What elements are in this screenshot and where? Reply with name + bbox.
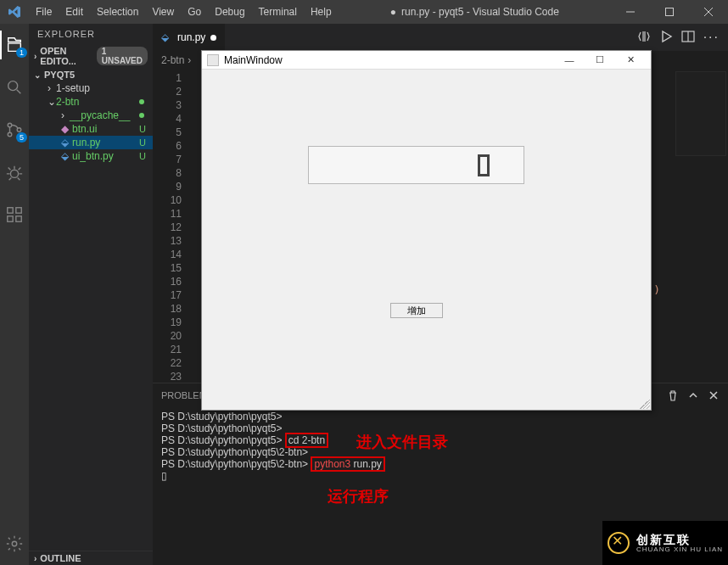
tree-file-run-py[interactable]: ⬙ run.py U [29, 136, 153, 149]
run-icon[interactable] [659, 30, 673, 45]
mainwin-title-bar[interactable]: MainWindow — ☐ ✕ [202, 51, 651, 70]
line-number: 19 [153, 316, 182, 329]
git-status: U [139, 151, 149, 161]
activity-settings-icon[interactable] [0, 529, 29, 558]
tree-folder-pycache[interactable]: › __pycache__ [29, 109, 153, 122]
add-button[interactable]: 增加 [390, 303, 443, 318]
tab-label: run.py [177, 31, 205, 43]
annotation-run: 运行程序 [328, 490, 389, 502]
window-title-text: run.py - pyqt5 - Visual Studio Code [401, 6, 559, 18]
terminal-line: PS D:\study\python\pyqt5\2-btn> python3 … [161, 458, 720, 470]
panel-actions [667, 389, 720, 401]
line-number: 7 [153, 153, 182, 166]
svg-rect-6 [8, 208, 13, 213]
line-number: 10 [153, 193, 182, 207]
menu-help[interactable]: Help [304, 6, 339, 18]
chevron-right-icon: › [34, 52, 36, 61]
menu-terminal[interactable]: Terminal [252, 6, 304, 18]
svg-point-10 [12, 541, 17, 546]
scm-badge: 5 [16, 132, 27, 143]
tree-folder-2-btn[interactable]: ⌄ 2-btn [29, 95, 153, 109]
pyqt-main-window[interactable]: MainWindow — ☐ ✕ 增加 [201, 50, 652, 411]
mainwin-body: 增加 [202, 70, 651, 410]
maximize-button[interactable] [650, 0, 689, 24]
chevron-right-icon: › [48, 82, 56, 94]
mainwin-minimize-button[interactable]: — [554, 55, 585, 65]
line-number: 16 [153, 275, 182, 288]
file-label: ui_btn.py [72, 150, 114, 162]
sidebar-title: EXPLORER [29, 24, 153, 44]
close-button[interactable] [689, 0, 728, 24]
split-editor-icon[interactable] [681, 30, 695, 45]
outline-label: OUTLINE [40, 553, 81, 563]
svg-point-4 [17, 128, 21, 132]
tab-run-py[interactable]: ⬙ run.py [153, 24, 226, 51]
tree-file-btn-ui[interactable]: ◆ btn.ui U [29, 122, 153, 136]
menu-selection[interactable]: Selection [90, 6, 145, 18]
tree-file-ui-btn-py[interactable]: ⬙ ui_btn.py U [29, 149, 153, 163]
watermark-logo-icon [608, 532, 630, 554]
app-icon [207, 54, 219, 66]
line-number: 9 [153, 180, 182, 193]
git-status: U [139, 137, 149, 148]
more-icon[interactable]: ··· [703, 30, 720, 45]
menu-go[interactable]: Go [181, 6, 208, 18]
terminal-cursor: ▯ [161, 470, 720, 482]
terminal-line: PS D:\study\python\pyqt5> [161, 411, 720, 422]
activity-explorer-icon[interactable]: 1 [0, 31, 29, 59]
project-header[interactable]: ⌄ PYQT5 [29, 68, 153, 81]
compare-icon[interactable] [637, 30, 651, 45]
menu-view[interactable]: View [145, 6, 181, 18]
svg-point-1 [8, 81, 18, 91]
window-title: ● run.py - pyqt5 - Visual Studio Code [339, 6, 611, 18]
modified-dot-icon [139, 113, 144, 118]
svg-rect-0 [666, 8, 674, 16]
svg-rect-8 [16, 216, 21, 221]
folder-label: __pycache__ [70, 109, 130, 121]
vscode-logo-icon [0, 5, 29, 19]
watermark: 创新互联 CHUANG XIN HU LIAN [602, 521, 728, 565]
menu-debug[interactable]: Debug [208, 6, 251, 18]
activity-extensions-icon[interactable] [0, 200, 29, 229]
svg-rect-7 [8, 216, 13, 221]
activity-search-icon[interactable] [0, 73, 29, 102]
activity-scm-icon[interactable]: 5 [0, 115, 29, 144]
menu-file[interactable]: File [29, 6, 59, 18]
svg-point-3 [8, 132, 12, 137]
line-number: 3 [153, 98, 182, 112]
activity-bar: 1 5 [0, 24, 29, 565]
panel-tab-problems[interactable]: PROBLEM [161, 390, 207, 400]
mainwin-title-text: MainWindow [224, 54, 283, 66]
line-number: 5 [153, 126, 182, 139]
title-bar: File Edit Selection View Go Debug Termin… [0, 0, 728, 24]
mainwin-close-button[interactable]: ✕ [615, 54, 646, 65]
line-number: 6 [153, 139, 182, 153]
mainwin-maximize-button[interactable]: ☐ [585, 54, 615, 65]
outline-header[interactable]: › OUTLINE [29, 551, 153, 565]
tree-folder-1-setup[interactable]: › 1-setup [29, 81, 153, 95]
trash-icon[interactable] [667, 389, 679, 401]
open-editors-header[interactable]: › OPEN EDITO... 1 UNSAVED [29, 44, 153, 68]
chevron-down-icon: ⌄ [48, 96, 56, 108]
open-editors-label: OPEN EDITO... [40, 46, 93, 66]
git-status: U [139, 124, 149, 134]
file-label: run.py [72, 137, 100, 148]
menu-edit[interactable]: Edit [59, 6, 90, 18]
project-name: PYQT5 [44, 70, 75, 80]
file-label: btn.ui [72, 123, 97, 135]
modified-dot-icon [210, 35, 216, 41]
line-number: 12 [153, 221, 182, 234]
chevron-up-icon[interactable] [687, 389, 699, 401]
explorer-badge: 1 [16, 48, 27, 58]
lcd-number-display [308, 146, 524, 184]
close-icon[interactable] [708, 389, 720, 401]
minimap[interactable]: ――――――――――――――――――――――――――――――――――――――――… [675, 71, 726, 156]
watermark-subtext: CHUANG XIN HU LIAN [636, 545, 723, 553]
line-number: 15 [153, 261, 182, 275]
activity-debug-icon[interactable] [0, 158, 29, 187]
line-number: 17 [153, 288, 182, 302]
line-number: 22 [153, 356, 182, 370]
resize-grip-icon[interactable] [640, 399, 650, 409]
minimize-button[interactable] [611, 0, 650, 24]
line-number: 4 [153, 112, 182, 126]
